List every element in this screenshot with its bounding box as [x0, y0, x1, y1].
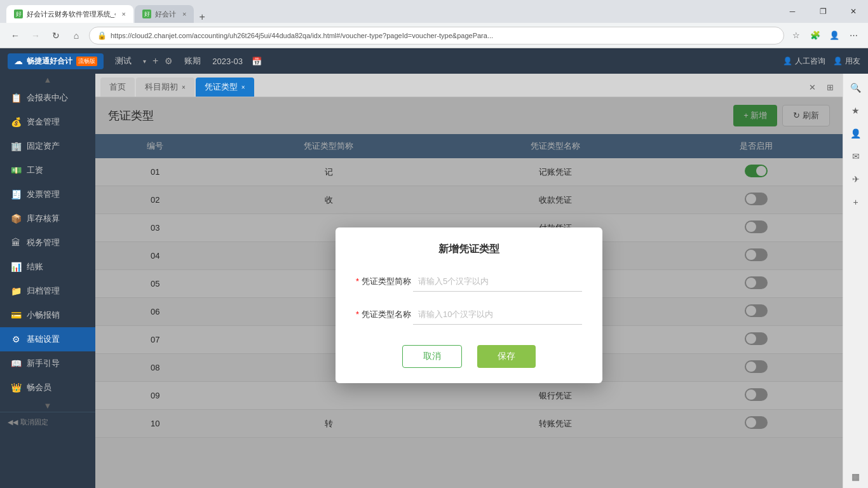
- main-area: 首页 科目期初 × 凭证类型 × ✕ ⊞ 凭证类型 + 新增 ↻ 刷新: [95, 74, 843, 488]
- sidebar-item-assets[interactable]: 🏢 固定资产: [0, 134, 95, 158]
- tabs-controls: ✕ ⊞: [804, 79, 837, 95]
- reload-button[interactable]: ↻: [48, 28, 64, 43]
- sidebar-scroll-up[interactable]: ▲: [0, 74, 95, 86]
- tab-2[interactable]: 好 好会计 ×: [135, 5, 194, 23]
- home-button[interactable]: ⌂: [69, 28, 84, 43]
- right-search-button[interactable]: 🔍: [847, 79, 865, 97]
- right-star-button[interactable]: ★: [847, 102, 865, 119]
- forward-button[interactable]: →: [28, 28, 43, 43]
- right-person-button[interactable]: 👤: [847, 125, 865, 142]
- header-company[interactable]: 测试: [110, 55, 137, 67]
- tab-voucher-type[interactable]: 凭证类型 ×: [196, 78, 254, 97]
- tab-label-1: 好会计云财务软件管理系统_会计: [27, 10, 116, 19]
- cancel-fixed-icon: ◀◀: [8, 418, 18, 426]
- favorites-button[interactable]: ☆: [789, 29, 803, 43]
- logo-area[interactable]: ☁ 畅捷通好合计 流畅版: [8, 53, 104, 69]
- sidebar-item-tax[interactable]: 🏛 税务管理: [0, 231, 95, 255]
- sidebar-item-notices[interactable]: 📋 会报表中心: [0, 86, 95, 110]
- notices-icon: 📋: [10, 92, 22, 104]
- tab-1[interactable]: 好 好会计云财务软件管理系统_会计 ×: [6, 5, 133, 23]
- close-button[interactable]: ✕: [839, 1, 868, 22]
- url-text: https://cloud2.chanjet.com/accounting/uh…: [111, 32, 493, 39]
- sidebar-item-guide[interactable]: 📖 新手引导: [0, 351, 95, 376]
- settings-icon: ⚙: [10, 334, 22, 345]
- sidebar-item-salary[interactable]: 💵 工资: [0, 158, 95, 182]
- minimize-button[interactable]: ─: [778, 1, 807, 22]
- tab-close-1[interactable]: ×: [122, 10, 126, 18]
- right-send-button[interactable]: ✈: [847, 170, 865, 188]
- window-controls: ─ ❐ ✕: [778, 1, 868, 22]
- right-panel: 🔍 ★ 👤 ✉ ✈ + ▦ ⚙: [843, 74, 868, 488]
- header-user[interactable]: 👤 用友: [833, 56, 860, 67]
- sidebar-item-member[interactable]: 👑 畅会员: [0, 376, 95, 400]
- cancel-button[interactable]: 取消: [402, 345, 462, 368]
- abbr-input[interactable]: [413, 271, 582, 292]
- modal-footer: 取消 保存: [356, 345, 582, 368]
- header-dropdown[interactable]: ▾: [143, 58, 146, 65]
- app-header: ☁ 畅捷通好合计 流畅版 测试 ▾ + ⚙ 账期 2023-03 📅 👤 人工咨…: [0, 48, 868, 74]
- sidebar-item-inventory[interactable]: 📦 库存核算: [0, 207, 95, 231]
- header-period-label: 账期: [184, 55, 201, 67]
- save-button[interactable]: 保存: [477, 345, 536, 368]
- sidebar-item-invoice[interactable]: 🧾 发票管理: [0, 182, 95, 207]
- profile-button[interactable]: 👤: [827, 29, 841, 43]
- header-service[interactable]: 👤 人工咨询: [783, 56, 825, 67]
- name-form-row: 凭证类型名称: [356, 304, 582, 325]
- user-icon: 👤: [833, 57, 843, 65]
- extensions-button[interactable]: 🧩: [808, 29, 822, 43]
- right-add-button[interactable]: +: [847, 193, 865, 211]
- tab-home[interactable]: 首页: [100, 78, 135, 97]
- tab-subject-close[interactable]: ×: [182, 84, 186, 91]
- name-input[interactable]: [413, 304, 582, 325]
- inventory-icon: 📦: [10, 213, 22, 224]
- menu-button[interactable]: ⋯: [846, 29, 860, 43]
- sidebar-label-assets: 固定资产: [27, 140, 60, 152]
- logo-text: 畅捷通好合计: [27, 56, 72, 67]
- header-gear-button[interactable]: ⚙: [165, 56, 173, 66]
- header-period-value[interactable]: 2023-03: [212, 57, 243, 66]
- new-voucher-type-modal: 新增凭证类型 凭证类型简称 凭证类型名称 取消 保存: [336, 227, 602, 383]
- right-grid-button[interactable]: ▦: [847, 468, 865, 485]
- member-icon: 👑: [10, 382, 22, 393]
- tab-voucher-close[interactable]: ×: [241, 84, 245, 91]
- url-bar[interactable]: 🔒 https://cloud2.chanjet.com/accounting/…: [89, 27, 784, 44]
- cancel-fixed[interactable]: ◀◀ 取消固定: [0, 412, 95, 432]
- header-calendar-icon[interactable]: 📅: [252, 57, 262, 66]
- sidebar-item-capital[interactable]: 💰 资金管理: [0, 110, 95, 134]
- sidebar-label-invoice: 发票管理: [27, 189, 60, 200]
- sidebar-label-tax: 税务管理: [27, 237, 60, 248]
- name-label: 凭证类型名称: [356, 309, 413, 320]
- cancel-fixed-label: 取消固定: [20, 417, 48, 427]
- sidebar-label-member: 畅会员: [27, 382, 51, 393]
- tab-close-2[interactable]: ×: [182, 10, 186, 18]
- sidebar-item-archive[interactable]: 📁 归档管理: [0, 279, 95, 303]
- right-outlook-button[interactable]: ✉: [847, 147, 865, 165]
- tab-subject[interactable]: 科目期初 ×: [136, 78, 194, 97]
- abbr-label: 凭证类型简称: [356, 276, 413, 287]
- sidebar-scroll-down[interactable]: ▼: [0, 400, 95, 412]
- address-bar: ← → ↻ ⌂ 🔒 https://cloud2.chanjet.com/acc…: [0, 23, 868, 48]
- guide-icon: 📖: [10, 358, 22, 369]
- sidebar: ▲ 📋 会报表中心 💰 资金管理 🏢 固定资产 💵 工资 🧾 发票管理 📦 库存…: [0, 74, 95, 488]
- sidebar-item-checkout[interactable]: 📊 结账: [0, 255, 95, 279]
- header-add-button[interactable]: +: [153, 55, 158, 67]
- capital-icon: 💰: [10, 116, 22, 128]
- modal-overlay: 新增凭证类型 凭证类型简称 凭证类型名称 取消 保存: [95, 97, 843, 488]
- back-button[interactable]: ←: [8, 28, 23, 43]
- tab-home-label: 首页: [109, 81, 126, 93]
- sidebar-item-expense[interactable]: 💳 小畅报销: [0, 303, 95, 327]
- logo-badge: 流畅版: [76, 57, 97, 66]
- sidebar-label-expense: 小畅报销: [27, 309, 60, 321]
- browser-chrome: 好 好会计云财务软件管理系统_会计 × 好 好会计 × + ─ ❐ ✕ ← → …: [0, 0, 868, 48]
- tabs-bar: 首页 科目期初 × 凭证类型 × ✕ ⊞: [95, 74, 843, 97]
- tab-favicon-1: 好: [14, 10, 23, 18]
- new-tab-button[interactable]: +: [194, 11, 210, 23]
- tabs-expand-button[interactable]: ⊞: [822, 79, 837, 95]
- maximize-button[interactable]: ❐: [808, 1, 837, 22]
- page-content: 凭证类型 + 新增 ↻ 刷新 编号 凭证类型简称 凭证类型名称 是否启用: [95, 97, 843, 488]
- tabs-collapse-button[interactable]: ✕: [804, 79, 820, 95]
- abbr-form-row: 凭证类型简称: [356, 271, 582, 292]
- sidebar-label-capital: 资金管理: [27, 116, 60, 128]
- tab-subject-label: 科目期初: [145, 81, 178, 93]
- sidebar-item-settings[interactable]: ⚙ 基础设置: [0, 327, 95, 351]
